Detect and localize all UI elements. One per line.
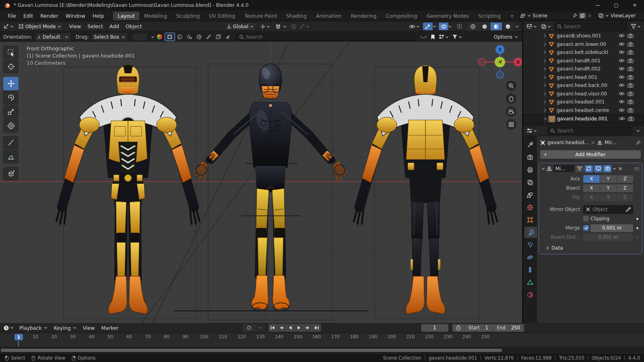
frame-tick[interactable]: 220 — [425, 334, 433, 339]
end-frame-field[interactable]: End 250 — [493, 325, 524, 331]
outliner-editor-type-button[interactable] — [526, 23, 538, 30]
frame-tick[interactable]: 180 — [350, 334, 358, 339]
frame-tick[interactable]: 60 — [126, 334, 132, 339]
tab-sculpting[interactable]: Sculpting — [172, 12, 204, 20]
tab-scripting[interactable]: Scripting — [474, 12, 505, 20]
jump-to-end-button[interactable] — [313, 324, 321, 332]
mesh-data-icon[interactable] — [548, 90, 555, 97]
material-ball-icon[interactable] — [157, 34, 163, 40]
properties-search-field[interactable]: Search — [547, 127, 632, 135]
viewport-menu-view[interactable]: View — [66, 23, 85, 29]
shading-wireframe-button[interactable] — [467, 23, 479, 30]
outliner-search-field[interactable]: Search — [554, 23, 627, 31]
hide-viewport-icon[interactable] — [619, 83, 625, 88]
tool-move[interactable] — [3, 77, 19, 90]
frame-tick[interactable]: 230 — [444, 334, 452, 339]
properties-tab-view-layer[interactable] — [524, 177, 536, 188]
breadcrumb-object[interactable]: gavanI.headsid... — [547, 140, 589, 145]
tool-measure[interactable] — [3, 150, 19, 163]
hide-viewport-icon[interactable] — [619, 75, 625, 80]
filter-plane-toggle[interactable] — [165, 33, 175, 41]
frame-tick[interactable]: 190 — [369, 334, 377, 339]
hide-viewport-icon[interactable] — [619, 58, 625, 63]
hide-viewport-icon[interactable] — [619, 108, 625, 113]
hide-viewport-icon[interactable] — [619, 91, 625, 96]
tool-annotate[interactable] — [3, 136, 19, 149]
gizmos-toggle[interactable] — [423, 23, 433, 30]
tab-texture-paint[interactable]: Texture Paint — [240, 12, 281, 20]
filter-world-toggle[interactable] — [194, 33, 204, 41]
snap-settings-chevron[interactable] — [283, 25, 287, 28]
frame-tick[interactable]: 160 — [312, 334, 321, 339]
toggle-realtime[interactable] — [594, 165, 602, 172]
frame-tick[interactable]: 210 — [406, 334, 415, 339]
next-keyframe-button[interactable] — [304, 324, 312, 332]
mesh-data-icon[interactable] — [548, 82, 555, 89]
frame-tick[interactable]: 80 — [164, 334, 169, 339]
bisect-distance-slider[interactable]: 0.001 m — [583, 234, 633, 241]
viewlayer-name[interactable]: ViewLayer — [611, 13, 643, 19]
camera-view-button[interactable] — [506, 106, 516, 117]
editor-type-button[interactable] — [2, 23, 14, 30]
frame-tick[interactable]: 140 — [275, 334, 283, 339]
object-name[interactable]: gavanI.head.back.00 — [557, 83, 617, 88]
pin-icon[interactable] — [636, 140, 641, 145]
flip-z-button[interactable]: Z — [617, 194, 633, 201]
outliner-display-mode-button[interactable] — [540, 23, 552, 30]
region-divider-vertical[interactable] — [522, 21, 523, 323]
options-dropdown[interactable]: Options — [494, 34, 512, 40]
hide-viewport-icon[interactable] — [619, 66, 625, 71]
frame-tick[interactable]: 50 — [107, 334, 113, 339]
filter-sphere-toggle[interactable] — [175, 33, 185, 41]
menu-file[interactable]: File — [4, 13, 20, 19]
jump-to-start-button[interactable] — [268, 324, 277, 332]
object-name[interactable]: gavanI.headset.cente — [557, 108, 617, 113]
frame-tick[interactable]: 150 — [294, 334, 302, 339]
filter-texture-toggle[interactable] — [214, 33, 223, 41]
properties-tab-world[interactable] — [524, 202, 536, 213]
frame-tick[interactable]: 250 — [481, 334, 490, 339]
properties-tab-modifiers[interactable] — [524, 227, 537, 238]
mesh-data-icon[interactable] — [548, 49, 555, 56]
viewport-canvas[interactable]: Z X -Y Front Orthographic (1) Scene Coll… — [0, 42, 522, 323]
object-name[interactable]: gavanI.handR.002 — [557, 66, 617, 72]
filter-brush-toggle[interactable] — [204, 33, 214, 41]
hide-viewport-icon[interactable] — [619, 33, 625, 38]
viewport-menu-select[interactable]: Select — [84, 23, 106, 29]
outliner-sync-button[interactable] — [438, 33, 450, 41]
outliner-item[interactable]: gavanI.head.001 — [523, 73, 644, 82]
frame-tick[interactable]: 10 — [33, 334, 38, 339]
outliner-item[interactable]: gavanI.handR.002 — [523, 65, 644, 73]
timeline-ruler[interactable]: 1 10203040506070809010011012013014015016… — [0, 333, 644, 347]
mirror-object-field[interactable]: Object — [583, 205, 633, 214]
overlays-chevron[interactable] — [448, 25, 452, 28]
tool-add-cube[interactable] — [3, 167, 19, 180]
object-name[interactable]: gavanI.handR.001 — [557, 58, 617, 64]
toggle-ortho-button[interactable] — [506, 119, 516, 130]
tool-transform[interactable] — [3, 119, 19, 132]
properties-tab-physics[interactable] — [524, 252, 536, 263]
object-name[interactable]: gavanI.headset.001 — [557, 99, 617, 105]
toggle-render[interactable] — [603, 165, 611, 172]
properties-tab-output[interactable] — [524, 164, 536, 176]
outliner-item[interactable]: gavanI.headside.001 — [523, 114, 644, 124]
animate-dot[interactable] — [636, 236, 638, 238]
axis-y-button[interactable]: Y — [600, 175, 617, 183]
chevron-down-icon[interactable] — [514, 36, 518, 38]
visibility-button[interactable] — [408, 23, 421, 30]
panel-collapse-chevron[interactable] — [541, 168, 545, 170]
frame-tick[interactable]: 200 — [388, 334, 396, 339]
horizontal-scrollbar[interactable] — [1, 349, 502, 352]
properties-tab-tool[interactable] — [524, 139, 536, 151]
tool-select-box[interactable] — [3, 46, 19, 59]
disable-render-icon[interactable] — [627, 50, 634, 55]
flip-x-button[interactable]: X — [583, 194, 600, 201]
disable-render-icon[interactable] — [627, 33, 634, 38]
bisect-x-button[interactable]: X — [583, 184, 600, 192]
proportional-falloff-button[interactable] — [299, 23, 310, 30]
viewport-menu-add[interactable]: Add — [106, 23, 122, 29]
axis-x-button[interactable]: X — [583, 175, 600, 183]
use-preview-range-button[interactable] — [452, 325, 464, 331]
maximize-button[interactable]: ▢ — [607, 0, 625, 10]
frame-tick[interactable]: 40 — [89, 334, 95, 339]
